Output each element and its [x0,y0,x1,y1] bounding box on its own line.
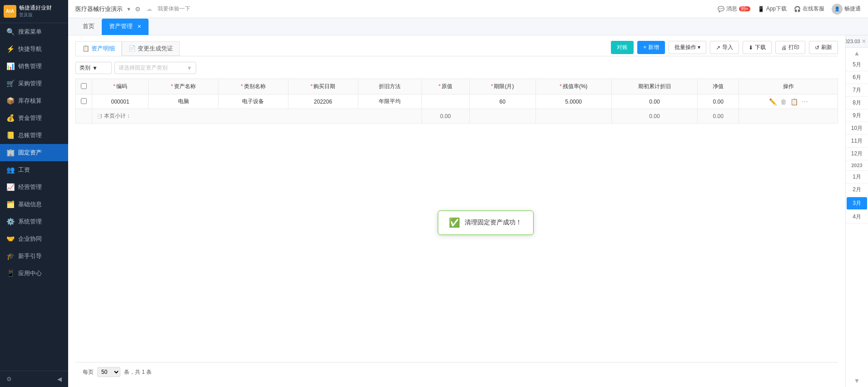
collapse-icon[interactable]: ◀ [57,376,62,382]
calendar-close-icon[interactable]: ✕ [862,38,866,45]
tab-close-icon[interactable]: ✕ [137,24,141,29]
header-name: *资产名称 [149,79,218,94]
tab-home[interactable]: 首页 [75,19,102,35]
account-button[interactable]: 对账 [611,41,634,54]
sidebar-item-quicknav[interactable]: ⚡ 快捷导航 [0,40,68,58]
sidebar-item-basic-info[interactable]: 🗂️ 基础信息 [0,196,68,213]
sidebar-item-funds[interactable]: 💰 资金管理 [0,109,68,127]
sidebar-item-label: 销售管理 [18,62,42,70]
ledger-icon: 📒 [6,131,15,139]
experience-label[interactable]: 我要体验一下 [158,5,190,13]
sidebar-item-inventory[interactable]: 📦 库存核算 [0,92,68,109]
sidebar-item-purchase[interactable]: 🛒 采购管理 [0,75,68,92]
row-period: 60 [469,94,536,109]
app-title: 畅捷通好业财 [19,5,52,12]
sub-tab-asset-detail[interactable]: 📋 资产明细 [75,41,122,56]
calendar-month-2[interactable]: 2月 [846,184,868,196]
import-button[interactable]: ↗ 导入 [710,41,739,54]
sub-tab-generate-voucher[interactable]: 📄 变更生成凭证 [122,41,180,56]
sidebar-item-search[interactable]: 🔍 搜索菜单 [0,23,68,40]
sidebar-item-system[interactable]: ⚙️ 系统管理 [0,213,68,230]
sidebar-item-payroll[interactable]: 👥 工资 [0,161,68,179]
copy-icon[interactable]: 📋 [790,98,798,105]
app-edition: 普及版 [19,12,52,18]
sidebar-item-enterprise[interactable]: 🤝 企业协同 [0,230,68,248]
settings-gear-icon[interactable]: ⚙ [135,5,141,13]
total-text: 条，共 1 条 [124,368,152,376]
header-purchase-date: *购买日期 [288,79,358,94]
calendar-month-3-current[interactable]: 3月 [847,197,867,210]
select-all-checkbox[interactable] [81,83,87,89]
sidebar-item-fixed-assets[interactable]: 🏢 固定资产 [0,144,68,161]
calendar-title: 2023.03 [845,39,860,44]
subtotal-checkbox-cell [76,109,92,124]
sidebar-header: AtA 畅捷通好业财 普及版 [0,0,68,23]
download-button[interactable]: ⬇ 下载 [743,41,772,54]
delete-icon[interactable]: 🗑 [780,98,787,105]
message-button[interactable]: 💬 消息 99+ [718,5,750,13]
sidebar-item-label: 快捷导航 [18,45,42,53]
topbar: 医疗器械行业演示 ▼ ⚙ ☁ 我要体验一下 💬 消息 99+ 📱 App下载 🎧… [68,0,868,18]
success-message: 清理固定资产成功！ [465,218,522,227]
calendar-year-2023: 2023 [846,160,868,171]
calendar-month-1[interactable]: 1月 [846,171,868,184]
user-profile[interactable]: 👤 畅捷通 [832,4,861,15]
more-icon[interactable]: ⋯ [802,98,808,105]
calendar-month-12[interactable]: 12月 [846,148,868,160]
calendar-month-8[interactable]: 8月 [846,97,868,109]
category-filter: 类别 ▼ 请选择固定资产类别 ▼ [75,62,196,74]
category-input[interactable]: 请选择固定资产类别 ▼ [114,62,196,74]
quicknav-icon: ⚡ [6,45,15,53]
purchase-icon: 🛒 [6,79,15,88]
calendar-month-7[interactable]: 7月 [846,84,868,97]
new-button[interactable]: + 新增 [637,41,665,54]
row-checkbox-cell [76,94,92,109]
subtotal-original-value: 0.00 [422,109,469,124]
online-service-button[interactable]: 🎧 在线客服 [794,5,824,13]
page-body: 📋 资产明细 📄 变更生成凭证 对账 + 新增 批量操作 ▾ ↗ 导入 ⬇ 下载 [68,35,868,387]
online-service-label: 在线客服 [803,5,824,13]
input-dropdown-icon: ▼ [187,65,192,71]
header-depreciation-method: 折旧方法 [358,79,422,94]
calendar-month-6[interactable]: 6月 [846,71,868,84]
sidebar-item-operations[interactable]: 📈 经营管理 [0,179,68,196]
batch-button[interactable]: 批量操作 ▾ [669,41,706,54]
calendar-body: 5月 6月 7月 8月 9月 10月 11月 12月 2023 1月 2月 3月… [846,59,868,374]
row-checkbox[interactable] [81,98,87,104]
per-page-select[interactable]: 50 100 [97,367,120,377]
company-dropdown-icon[interactable]: ▼ [126,6,131,12]
sidebar-item-newbie[interactable]: 🎓 新手引导 [0,248,68,265]
sidebar-item-app-center[interactable]: 📱 应用中心 [0,265,68,282]
tabs-bar: 首页 资产管理 ✕ [68,18,868,35]
edit-icon[interactable]: ✏️ [769,98,777,105]
sub-tab-label: 资产明细 [91,45,115,53]
calendar-month-11[interactable]: 11月 [846,135,868,148]
print-button[interactable]: 🖨 打印 [775,41,805,54]
fixed-assets-icon: 🏢 [6,149,15,157]
calendar-down-arrow[interactable]: ▼ [854,377,860,384]
sidebar-item-sales[interactable]: 📊 销售管理 [0,58,68,75]
topbar-right: 💬 消息 99+ 📱 App下载 🎧 在线客服 👤 畅捷通 [718,4,861,15]
calendar-up-arrow[interactable]: ▲ [854,50,860,57]
header-code: *编码 [92,79,149,94]
subtotal-residual-empty [536,109,611,124]
basic-info-icon: 🗂️ [6,200,15,208]
funds-icon: 💰 [6,114,15,122]
calendar-month-4[interactable]: 4月 [846,211,868,223]
tab-asset-management[interactable]: 资产管理 ✕ [102,19,149,35]
category-select[interactable]: 类别 ▼ [75,62,112,74]
calendar-month-10[interactable]: 10月 [846,122,868,135]
sidebar-item-label: 应用中心 [18,269,42,278]
success-toast: ✅ 清理固定资产成功！ [437,210,533,235]
refresh-button[interactable]: ↺ 刷新 [809,41,838,54]
calendar-month-9[interactable]: 9月 [846,109,868,122]
header-initial-dep: 期初累计折旧 [611,79,697,94]
row-actions: ✏️ 🗑 📋 ⋯ [739,94,838,109]
settings-icon[interactable]: ⚙ [6,376,12,382]
sidebar-item-label: 新手引导 [18,252,42,260]
app-download-button[interactable]: 📱 App下载 [758,5,787,13]
sidebar-bottom: ⚙ ◀ [0,371,68,387]
calendar-month-5[interactable]: 5月 [846,59,868,71]
main-panel: 📋 资产明细 📄 变更生成凭证 对账 + 新增 批量操作 ▾ ↗ 导入 ⬇ 下载 [68,35,845,387]
sidebar-item-ledger[interactable]: 📒 总账管理 [0,127,68,144]
